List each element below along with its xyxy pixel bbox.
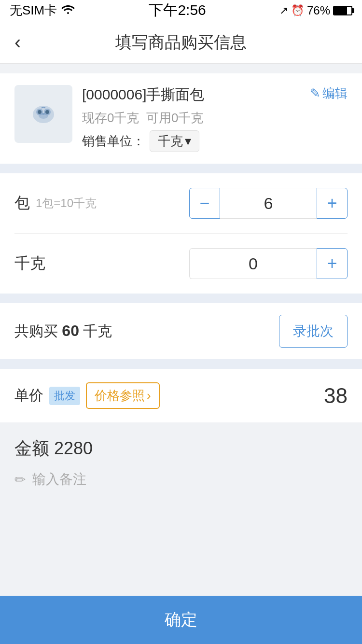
note-row[interactable]: ✏ 输入备注 [14,470,348,489]
status-right: ↗ ⏰ 76% [279,4,352,17]
confirm-button[interactable]: 确定 [165,609,197,631]
battery-percent: 76% [307,4,330,17]
nav-bar: ‹ 填写商品购买信息 [0,21,362,64]
batch-button[interactable]: 录批次 [279,315,348,348]
back-button[interactable]: ‹ [14,31,21,53]
svg-point-4 [45,110,49,114]
qty-label-bao: 包 1包=10千克 [14,193,97,214]
wifi-icon [61,3,75,18]
total-section: 共购买 60 千克 录批次 [0,303,362,359]
product-stock: 现存0千克 可用0千克 [82,110,348,126]
battery-icon [333,6,352,15]
qty-plus-kg[interactable]: + [317,248,348,279]
alarm-icon: ⏰ [291,4,304,17]
product-image [14,85,72,143]
divider-1 [0,164,362,173]
amount-row: 金额 2280 [14,437,348,461]
qty-label-kg: 千克 [14,253,45,274]
svg-point-6 [42,113,45,115]
product-unit: 销售单位： 千克 ▾ [82,130,348,152]
total-text: 共购买 60 千克 [14,322,112,341]
qty-minus-bao[interactable]: − [189,188,220,219]
product-name: [0000006]手撕面包 [82,85,204,105]
price-value: 38 [324,384,348,408]
status-left: 无SIM卡 [10,2,75,19]
amount-section: 金额 2280 ✏ 输入备注 [0,422,362,498]
qty-input-bao[interactable] [220,188,317,219]
qty-row-kg: 千克 + [14,234,348,294]
quantity-section: 包 1包=10千克 − + 千克 + [0,173,362,294]
svg-point-3 [38,110,42,114]
product-info: [0000006]手撕面包 ✎ 编辑 现存0千克 可用0千克 销售单位： 千克 … [82,85,348,152]
location-icon: ↗ [279,4,288,17]
qty-plus-bao[interactable]: + [317,188,348,219]
page-title: 填写商品购买信息 [115,31,247,54]
bottom-bar[interactable]: 确定 [0,596,362,644]
note-placeholder: 输入备注 [32,470,86,489]
divider-3 [0,359,362,369]
price-row: 单价 批发 价格参照 › 38 [0,369,362,422]
qty-controls-kg: + [189,248,348,279]
price-label: 单价 批发 价格参照 › [14,382,160,409]
product-logo-icon [29,98,58,131]
batch-tag: 批发 [49,387,80,405]
unit-select[interactable]: 千克 ▾ [150,130,199,152]
chevron-right-icon: › [147,388,151,403]
divider-2 [0,294,362,303]
qty-row-bao: 包 1包=10千克 − + [14,173,348,234]
edit-button[interactable]: ✎ 编辑 [310,85,348,102]
chevron-down-icon: ▾ [185,134,191,149]
product-card: [0000006]手撕面包 ✎ 编辑 现存0千克 可用0千克 销售单位： 千克 … [0,73,362,164]
qty-input-kg[interactable] [189,248,317,279]
edit-icon: ✎ [310,86,320,101]
carrier-text: 无SIM卡 [10,2,57,19]
status-bar: 无SIM卡 下午2:56 ↗ ⏰ 76% [0,0,362,21]
pencil-icon: ✏ [14,472,26,488]
qty-controls-bao: − + [189,188,348,219]
price-ref-button[interactable]: 价格参照 › [86,382,160,409]
status-time: 下午2:56 [149,0,206,20]
